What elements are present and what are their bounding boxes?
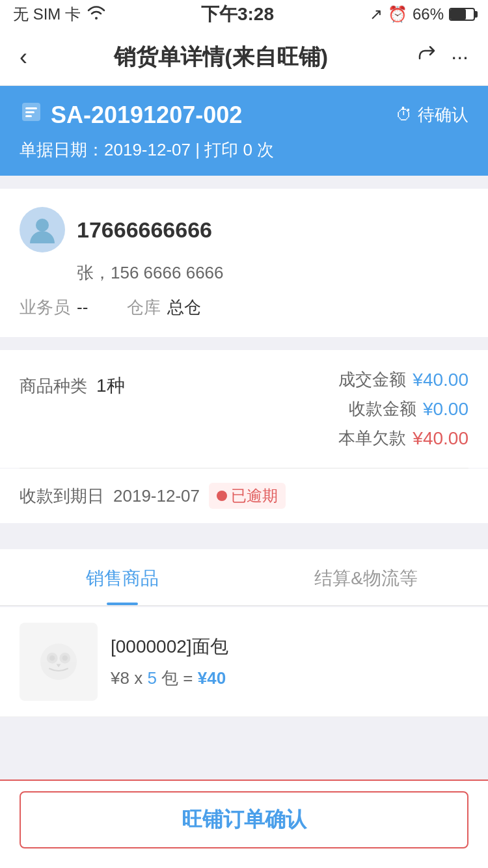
goods-type-value: 1种 xyxy=(96,373,125,398)
salesman-value: -- xyxy=(77,297,88,318)
collection-amount-value: ¥0.00 xyxy=(423,399,468,420)
due-date-value: 2019-12-07 xyxy=(113,486,200,506)
product-name: [0000002]面包 xyxy=(111,634,468,659)
status-right: ↗ ⏰ 66% xyxy=(370,5,475,23)
salesman-label: 业务员 xyxy=(20,296,70,319)
alarm-icon: ⏰ xyxy=(388,5,407,23)
product-price-row: ¥8 x 5 包 = ¥40 xyxy=(111,667,468,690)
collection-amount-row: 收款金额 ¥0.00 xyxy=(349,398,468,420)
transaction-amount-value: ¥40.00 xyxy=(413,370,468,390)
customer-card: 17666666666 张，156 6666 6666 业务员 -- 仓库 总仓 xyxy=(0,189,488,337)
wifi-icon xyxy=(87,5,105,23)
status-time: 下午3:28 xyxy=(201,2,274,27)
battery-percent: 66% xyxy=(413,5,444,23)
product-equals: = xyxy=(183,668,197,688)
svg-rect-1 xyxy=(25,107,37,109)
order-id: SA-20191207-002 xyxy=(20,100,242,129)
warehouse-item: 仓库 总仓 xyxy=(127,296,201,319)
product-total: ¥40 xyxy=(198,668,226,688)
location-icon: ↗ xyxy=(370,5,383,23)
salesman-item: 业务员 -- xyxy=(20,296,88,319)
more-icon[interactable]: ··· xyxy=(451,45,468,69)
order-status: ⏱ 待确认 xyxy=(396,103,468,126)
due-date-card: 收款到期日 2019-12-07 已逾期 xyxy=(0,468,488,523)
owing-amount-value: ¥40.00 xyxy=(413,428,468,449)
owing-amount-row: 本单欠款 ¥40.00 xyxy=(338,427,468,450)
battery-icon xyxy=(449,8,475,21)
owing-amount-label: 本单欠款 xyxy=(338,427,406,450)
tab-settlement[interactable]: 结算&物流等 xyxy=(244,549,488,605)
overdue-badge: 已逾期 xyxy=(209,483,286,509)
customer-phone: 17666666666 xyxy=(77,217,212,243)
back-button[interactable]: ‹ xyxy=(20,44,27,71)
order-header-card: SA-20191207-002 ⏱ 待确认 单据日期：2019-12-07 | … xyxy=(0,86,488,176)
warehouse-value: 总仓 xyxy=(167,296,201,319)
product-title: 面包 xyxy=(192,636,228,657)
share-icon[interactable] xyxy=(414,43,438,72)
svg-point-8 xyxy=(49,655,55,660)
transaction-amount-label: 成交金额 xyxy=(338,368,406,391)
due-date-label: 收款到期日 xyxy=(20,485,104,508)
product-multiply: x xyxy=(134,668,147,688)
overdue-text: 已逾期 xyxy=(231,485,278,506)
order-status-text: 待确认 xyxy=(418,103,468,126)
goods-type-label: 商品种类 xyxy=(20,375,87,398)
nav-actions: ··· xyxy=(414,43,468,72)
summary-amounts: 成交金额 ¥40.00 收款金额 ¥0.00 本单欠款 ¥40.00 xyxy=(338,368,468,450)
svg-point-4 xyxy=(36,219,49,232)
overdue-dot-icon xyxy=(217,491,227,501)
svg-rect-3 xyxy=(25,115,32,117)
tabs-bar: 销售商品 结算&物流等 xyxy=(0,549,488,606)
product-item: [0000002]面包 ¥8 x 5 包 = ¥40 xyxy=(0,607,488,717)
bottom-bar: 旺铺订单确认 xyxy=(0,780,488,868)
order-header-top: SA-20191207-002 ⏱ 待确认 xyxy=(20,100,468,129)
product-unit: 包 xyxy=(161,668,178,688)
divider-1 xyxy=(0,337,488,350)
svg-point-9 xyxy=(62,655,68,660)
customer-top: 17666666666 xyxy=(20,207,468,252)
product-unit-price: ¥8 xyxy=(111,668,129,688)
nav-bar: ‹ 销货单详情(来自旺铺) ··· xyxy=(0,29,488,86)
product-thumbnail xyxy=(20,623,98,701)
collection-amount-label: 收款金额 xyxy=(349,398,416,420)
confirm-order-button[interactable]: 旺铺订单确认 xyxy=(20,791,468,848)
svg-rect-2 xyxy=(25,111,34,113)
status-left: 无 SIM 卡 xyxy=(13,4,105,25)
customer-meta: 业务员 -- 仓库 总仓 xyxy=(20,296,468,319)
order-date: 单据日期：2019-12-07 | 打印 0 次 xyxy=(20,139,468,161)
order-icon xyxy=(20,100,43,129)
product-info: [0000002]面包 ¥8 x 5 包 = ¥40 xyxy=(111,634,468,690)
summary-card: 商品种类 1种 成交金额 ¥40.00 收款金额 ¥0.00 本单欠款 ¥40.… xyxy=(0,350,488,468)
warehouse-label: 仓库 xyxy=(127,296,161,319)
tab-sales-goods[interactable]: 销售商品 xyxy=(0,549,244,605)
product-qty: 5 xyxy=(147,668,156,688)
product-code: [0000002] xyxy=(111,636,192,657)
svg-point-5 xyxy=(40,644,77,680)
product-list: [0000002]面包 ¥8 x 5 包 = ¥40 xyxy=(0,607,488,717)
page-title: 销货单详情(来自旺铺) xyxy=(114,42,328,72)
avatar xyxy=(20,207,65,252)
customer-name: 张，156 6666 6666 xyxy=(20,262,468,284)
clock-icon: ⏱ xyxy=(396,105,413,125)
transaction-amount-row: 成交金额 ¥40.00 xyxy=(338,368,468,391)
order-id-text: SA-20191207-002 xyxy=(51,102,242,129)
divider-2 xyxy=(0,523,488,536)
status-bar: 无 SIM 卡 下午3:28 ↗ ⏰ 66% xyxy=(0,0,488,29)
carrier-label: 无 SIM 卡 xyxy=(13,4,81,25)
